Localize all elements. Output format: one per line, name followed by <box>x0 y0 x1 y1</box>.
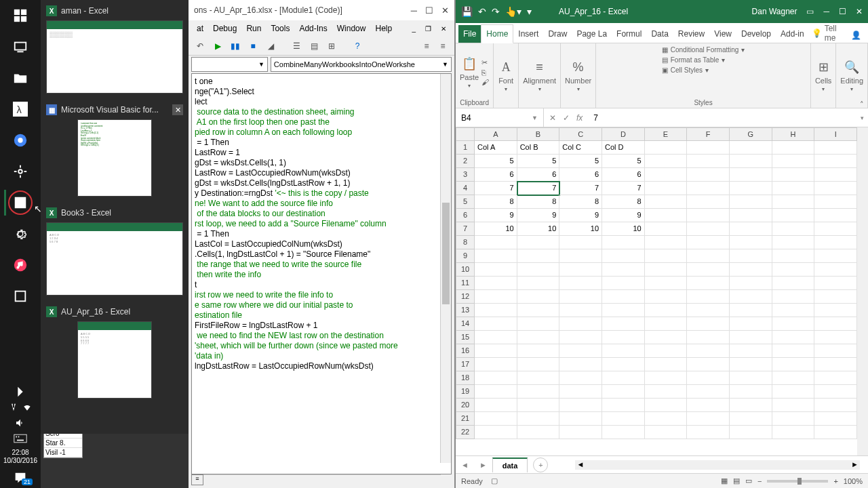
tab-formulas[interactable]: Formul <box>612 25 646 43</box>
minimize-icon[interactable]: ─ <box>823 7 829 16</box>
cell[interactable]: 7 <box>517 182 560 195</box>
cell[interactable]: 5 <box>559 155 602 168</box>
cell[interactable] <box>730 141 772 155</box>
cell[interactable] <box>687 331 730 344</box>
col-header[interactable]: I <box>814 127 857 141</box>
cell[interactable] <box>602 412 645 426</box>
row-header[interactable]: 8 <box>456 236 475 249</box>
cell[interactable]: 5 <box>602 155 645 168</box>
switcher-item-book3[interactable]: XBook3 - Excel A B C D1 2 3 45 6 7 8 <box>41 202 189 301</box>
cell[interactable] <box>475 249 517 263</box>
cell[interactable] <box>814 249 857 263</box>
cell[interactable] <box>687 155 730 168</box>
row-header[interactable]: 9 <box>456 249 475 263</box>
cell[interactable] <box>814 385 857 399</box>
cell[interactable] <box>814 426 857 439</box>
cell[interactable] <box>814 344 857 358</box>
cell[interactable] <box>772 249 815 263</box>
sheet-nav-prev-icon[interactable]: ◄ <box>456 461 474 469</box>
tab-addins[interactable]: Add-in <box>776 25 809 43</box>
col-header[interactable]: E <box>645 127 688 141</box>
maximize-icon[interactable]: ☐ <box>425 5 433 16</box>
cell[interactable] <box>517 249 560 263</box>
cell[interactable] <box>645 426 688 439</box>
cell[interactable] <box>645 304 688 317</box>
minimize-icon[interactable]: ─ <box>411 5 417 16</box>
cell[interactable] <box>517 385 560 399</box>
cell[interactable]: 10 <box>517 222 560 236</box>
cell[interactable] <box>517 426 560 439</box>
file-explorer-icon[interactable] <box>4 62 37 94</box>
cell[interactable] <box>687 304 730 317</box>
cell[interactable] <box>772 385 815 399</box>
start-button[interactable] <box>4 0 37 31</box>
cell[interactable] <box>475 412 517 426</box>
cell[interactable] <box>559 371 602 385</box>
cell[interactable] <box>687 141 730 155</box>
properties-icon[interactable]: ▤ <box>307 39 321 54</box>
row-header[interactable]: 12 <box>456 290 475 304</box>
view-page-layout-icon[interactable]: ▤ <box>733 476 740 485</box>
enter-formula-icon[interactable]: ✓ <box>563 113 570 123</box>
cell-styles-button[interactable]: ▣Cell Styles ▾ <box>662 66 709 74</box>
tab-file[interactable]: File <box>458 25 481 43</box>
cell[interactable] <box>559 249 602 263</box>
cell[interactable] <box>645 195 688 209</box>
cell[interactable] <box>602 385 645 399</box>
cell[interactable] <box>772 222 815 236</box>
cell[interactable] <box>814 412 857 426</box>
cell[interactable] <box>602 317 645 331</box>
cell[interactable] <box>602 358 645 371</box>
cell[interactable] <box>645 236 688 249</box>
switcher-item-aman[interactable]: Xaman - Excel ░░░░░░░░░░░░░░░░░░░░░░░░ <box>41 0 189 99</box>
app-icon-c[interactable] <box>4 281 37 312</box>
cell[interactable] <box>687 182 730 195</box>
col-header[interactable]: A <box>475 127 517 141</box>
cell[interactable] <box>730 168 772 182</box>
cell[interactable] <box>687 195 730 209</box>
cell[interactable] <box>602 236 645 249</box>
cell[interactable] <box>772 182 815 195</box>
cell[interactable] <box>687 317 730 331</box>
tab-data[interactable]: Data <box>646 25 673 43</box>
row-header[interactable]: 14 <box>456 317 475 331</box>
mdi-minimize-icon[interactable]: _ <box>408 24 420 34</box>
number-button[interactable]: %Number▾ <box>565 59 591 92</box>
cell[interactable] <box>772 141 815 155</box>
touch-mode-icon[interactable]: 👆▾ <box>505 6 521 17</box>
cell[interactable] <box>772 168 815 182</box>
cell[interactable]: Col A <box>475 141 517 155</box>
cell[interactable] <box>559 331 602 344</box>
cell[interactable] <box>772 155 815 168</box>
cell[interactable] <box>814 317 857 331</box>
cell[interactable] <box>730 412 772 426</box>
task-view-icon[interactable] <box>4 31 37 62</box>
cell[interactable] <box>814 209 857 222</box>
collapse-ribbon-icon[interactable]: ˄ <box>860 100 864 109</box>
settings-gear-icon[interactable] <box>4 218 37 249</box>
cell[interactable] <box>475 304 517 317</box>
zoom-out-icon[interactable]: − <box>757 477 762 485</box>
col-header[interactable]: G <box>730 127 772 141</box>
row-header[interactable]: 2 <box>456 155 475 168</box>
cell[interactable] <box>559 277 602 290</box>
col-header[interactable]: C <box>559 127 602 141</box>
cell[interactable]: 8 <box>475 195 517 209</box>
app-icon-lambda[interactable]: λ <box>4 94 37 125</box>
taskbar-clock[interactable]: 22:08 10/30/2016 <box>3 449 37 465</box>
zoom-level[interactable]: 100% <box>844 477 863 485</box>
action-center-icon[interactable] <box>4 468 37 488</box>
cell[interactable] <box>687 236 730 249</box>
cell[interactable] <box>730 290 772 304</box>
cell[interactable] <box>772 236 815 249</box>
formula-input[interactable]: 7 <box>588 113 856 123</box>
redo-icon[interactable]: ↷ <box>492 6 500 17</box>
run-icon[interactable]: ▶ <box>210 39 225 54</box>
project-explorer-icon[interactable]: ☰ <box>289 39 304 54</box>
cell[interactable] <box>517 304 560 317</box>
cell[interactable] <box>814 155 857 168</box>
proc-view-icon[interactable]: ≡ <box>191 474 203 485</box>
cell[interactable] <box>645 358 688 371</box>
cell[interactable] <box>687 209 730 222</box>
stop-icon[interactable]: ■ <box>245 39 260 54</box>
